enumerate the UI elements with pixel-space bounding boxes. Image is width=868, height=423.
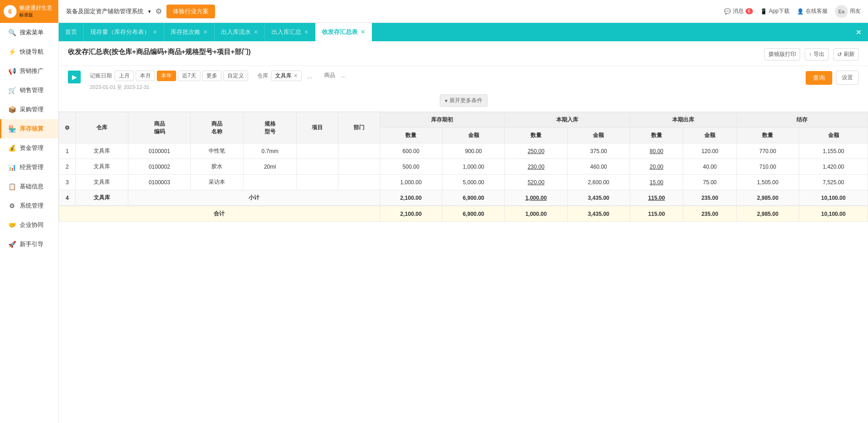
total-opening-qty: 2,100.00 (380, 206, 442, 222)
cell-out-amt: 75.00 (683, 175, 736, 190)
sidebar-item-label: 新手引导 (20, 240, 44, 248)
date-btn-custom[interactable]: 自定义 (223, 71, 248, 81)
sidebar-item-guide[interactable]: 🚀新手引导 (0, 235, 58, 254)
message-badge: 6 (746, 8, 753, 14)
date-btn-this-year[interactable]: 本年 (157, 71, 176, 81)
filter-settings-button[interactable]: 设置 (836, 71, 859, 85)
guide-icon: 🚀 (8, 241, 16, 248)
message-item[interactable]: 💬 消息 6 (724, 7, 753, 15)
sidebar-item-operations[interactable]: 📊经营管理 (0, 158, 58, 177)
system-dropdown[interactable]: ▾ (148, 8, 151, 15)
sidebar-item-system[interactable]: ⚙系统管理 (0, 196, 58, 215)
goods-filter-group: 商品 ... (324, 71, 349, 80)
cell-in-qty[interactable]: 250.00 (505, 143, 567, 159)
close-all-tabs[interactable]: ✕ (849, 28, 868, 37)
purchase-icon: 📦 (8, 106, 16, 113)
table-row: 3 文具库 0100003 采访本 1,000.00 5,000.00 520.… (59, 175, 868, 190)
table-footer: 合计 2,100.00 6,900.00 1,000.00 3,435.00 1… (59, 206, 868, 222)
cell-in-qty[interactable]: 230.00 (505, 159, 567, 175)
warehouse-tag: 文具库 ✕ (271, 71, 302, 81)
cell-goods-code: 0100001 (128, 143, 190, 159)
sidebar-item-label: 基础信息 (20, 182, 44, 191)
sidebar-logo: 6 畅捷通好生意 标准版 (0, 0, 58, 23)
tab-receive-summary[interactable]: 收发存汇总表✕ (315, 23, 372, 41)
cell-balance-amt: 1,155.00 (799, 143, 868, 159)
warehouse-filter-group: 仓库 文具库 ✕ ... (257, 71, 315, 81)
sidebar-item-marketing[interactable]: 📢营销推广 (0, 61, 58, 81)
sidebar-item-purchase[interactable]: 📦采购管理 (0, 100, 58, 119)
filter-toggle-button[interactable]: ▶ (68, 71, 81, 83)
user-item[interactable]: Ea 用友 (835, 5, 861, 18)
print-button[interactable]: 拨镜版打印 (764, 48, 800, 60)
app-download-item[interactable]: 📱 App下载 (760, 7, 790, 15)
tab-inout-flow[interactable]: 出入库流水✕ (215, 23, 265, 41)
export-icon: ↑ (809, 51, 812, 58)
tab-label: 首页 (65, 28, 77, 36)
total-out-amt: 235.00 (683, 206, 736, 222)
table-col-settings[interactable]: ⚙ (59, 112, 76, 143)
sidebar-item-inventory[interactable]: 🏪库存核算 (0, 119, 58, 138)
cell-balance-amt: 1,420.00 (799, 159, 868, 175)
topbar: 装备及固定资产辅助管理系统 ▾ ⚙ 体验行业方案 💬 消息 6 📱 App下载 … (59, 0, 868, 23)
tab-inout-summary[interactable]: 出入库汇总✕ (265, 23, 315, 41)
date-btn-more[interactable]: 更多 (202, 71, 221, 81)
query-button[interactable]: 查询 (806, 71, 832, 85)
date-btn-prev-month[interactable]: 上月 (115, 71, 134, 81)
refresh-button[interactable]: ↺ 刷新 (833, 48, 859, 60)
export-button[interactable]: ↑ 导出 (805, 48, 829, 60)
sidebar-nav: 🔍搜索菜单⚡快捷导航📢营销推广🛒销售管理📦采购管理🏪库存核算💰资金管理📊经营管理… (0, 23, 58, 423)
table-subtotal-row: 4 文具库 小计 2,100.00 6,900.00 1,000.00 3,43… (59, 190, 868, 206)
date-btn-7days[interactable]: 近7天 (178, 71, 200, 81)
warehouse-tag-close[interactable]: ✕ (293, 73, 298, 79)
cell-in-qty[interactable]: 520.00 (505, 175, 567, 190)
tab-home[interactable]: 首页 (59, 23, 84, 41)
cell-opening-amt: 900.00 (442, 143, 504, 159)
sidebar-item-finance[interactable]: 💰资金管理 (0, 138, 58, 158)
tab-close-inout-summary[interactable]: ✕ (304, 29, 309, 35)
tab-batch[interactable]: 库存批次账✕ (164, 23, 215, 41)
system-name: 装备及固定资产辅助管理系统 (66, 7, 144, 16)
total-balance-qty: 2,985.00 (736, 206, 799, 222)
sidebar-item-search[interactable]: 🔍搜索菜单 (0, 23, 58, 42)
cell-in-amt: 460.00 (567, 159, 630, 175)
page-header: 收发存汇总表(按仓库+商品编码+商品+规格型号+项目+部门) 拨镜版打印 ↑ 导… (59, 41, 868, 66)
tab-close-batch[interactable]: ✕ (203, 29, 208, 35)
app-download-label: App下载 (769, 7, 790, 15)
cell-out-qty[interactable]: 20.00 (630, 159, 683, 175)
col-header-balance-amt: 金额 (799, 128, 868, 143)
cell-out-qty[interactable]: 15.00 (630, 175, 683, 190)
page-title: 收发存汇总表(按仓库+商品编码+商品+规格型号+项目+部门) (68, 48, 251, 56)
experience-button[interactable]: 体验行业方案 (166, 5, 215, 18)
tab-inventory-dist[interactable]: 现存量（库存分布表）✕ (84, 23, 164, 41)
subtotal-out-amt: 235.00 (683, 190, 736, 206)
date-btn-this-month[interactable]: 本月 (136, 71, 155, 81)
goods-more-button[interactable]: ... (338, 71, 349, 80)
sidebar-item-sales[interactable]: 🛒销售管理 (0, 81, 58, 100)
expand-conditions-button[interactable]: ▾ 展开更多条件 (440, 94, 487, 107)
warehouse-more-button[interactable]: ... (304, 71, 315, 81)
sidebar-item-label: 销售管理 (20, 86, 44, 94)
cell-project (297, 159, 338, 175)
search-icon: 🔍 (8, 29, 16, 36)
sidebar-item-quick-nav[interactable]: ⚡快捷导航 (0, 42, 58, 61)
cell-opening-qty: 1,000.00 (380, 175, 442, 190)
tab-label: 库存批次账 (171, 28, 200, 36)
sidebar-item-label: 企业协同 (20, 221, 44, 229)
cell-out-qty[interactable]: 80.00 (630, 143, 683, 159)
sidebar-item-collab[interactable]: 🤝企业协同 (0, 215, 58, 235)
sidebar-item-base-info[interactable]: 📋基础信息 (0, 177, 58, 196)
tab-close-inventory-dist[interactable]: ✕ (153, 29, 157, 35)
cell-project (297, 175, 338, 190)
sidebar-item-label: 营销推广 (20, 67, 44, 75)
logo-text: 畅捷通好生意 标准版 (19, 5, 52, 18)
cell-goods-name: 中性笔 (191, 143, 243, 159)
online-service-item[interactable]: 👤 在线客服 (797, 7, 828, 15)
tab-close-receive-summary[interactable]: ✕ (360, 29, 365, 35)
subtotal-opening-qty: 2,100.00 (380, 190, 442, 206)
operations-icon: 📊 (8, 164, 16, 171)
gear-icon[interactable]: ⚙ (155, 7, 162, 16)
tab-close-inout-flow[interactable]: ✕ (254, 29, 258, 35)
service-icon: 👤 (797, 8, 804, 15)
total-in-qty: 1,000.00 (505, 206, 567, 222)
inventory-icon: 🏪 (8, 125, 16, 132)
